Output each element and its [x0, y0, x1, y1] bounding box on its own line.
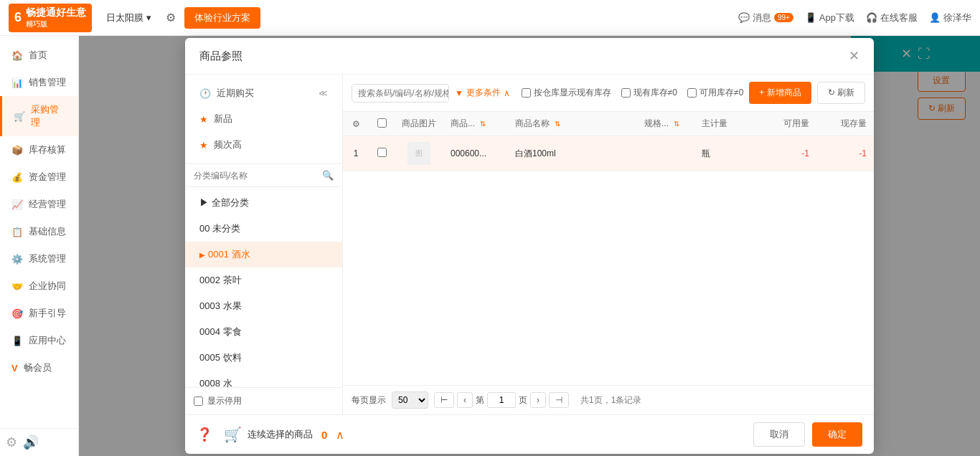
- cell-avail: -1: [752, 136, 816, 171]
- nav-user[interactable]: 👤 徐泽华: [929, 11, 971, 24]
- sidebar-item-collab[interactable]: 🤝 企业协同: [0, 272, 78, 300]
- app-label: App下载: [819, 11, 854, 24]
- filter-button[interactable]: ▼ 更多条件 ∧: [455, 87, 510, 99]
- confirm-button[interactable]: 确定: [812, 422, 862, 447]
- sidebar-item-operations[interactable]: 📈 经营管理: [0, 191, 78, 218]
- th-spec[interactable]: 规格... ⇅: [637, 112, 694, 136]
- sidebar-label-basics: 基础信息: [29, 225, 66, 238]
- nav-service[interactable]: 🎧 在线客服: [866, 11, 918, 24]
- tab-new-label: 新品: [214, 113, 232, 125]
- th-stock[interactable]: 现存量: [816, 112, 874, 136]
- checkbox-stock-nonzero[interactable]: 现有库存≠0: [621, 87, 677, 99]
- category-0008[interactable]: 0008 水: [185, 371, 342, 387]
- checkbox-stock-input[interactable]: [621, 88, 631, 98]
- th-avail[interactable]: 可用量: [752, 112, 816, 136]
- sidebar-label-system: 系统管理: [29, 252, 66, 265]
- sidebar-volume-icon[interactable]: 🔊: [23, 434, 39, 450]
- sidebar-item-member[interactable]: V 畅会员: [0, 354, 78, 381]
- checkbox-warehouse-label: 按仓库显示现有库存: [534, 87, 611, 99]
- sidebar-item-purchase[interactable]: 🛒 采购管理: [0, 96, 78, 136]
- table-row[interactable]: 1 图 000600... 白酒100ml: [343, 136, 874, 171]
- trial-button[interactable]: 体验行业方案: [184, 7, 260, 29]
- modal-left-tabs: 🕐 近期购买 ≪ ★ 新品 ★ 频次高: [185, 75, 342, 164]
- operations-icon: 📈: [11, 199, 23, 210]
- sidebar-label-collab: 企业协同: [29, 280, 66, 293]
- category-all[interactable]: ▶ 全部分类: [185, 190, 342, 216]
- sidebar-label-finance: 资金管理: [29, 171, 66, 184]
- th-unit[interactable]: 主计量: [694, 112, 752, 136]
- cart-icon[interactable]: 🛒: [224, 426, 242, 443]
- toolbar-right: + 新增商品 ↻ 刷新: [749, 82, 865, 104]
- select-all-checkbox[interactable]: [377, 118, 387, 128]
- collapse-up-icon[interactable]: ∧: [336, 428, 344, 442]
- sort-code-icon: ⇅: [480, 120, 486, 128]
- sidebar-label-home: 首页: [29, 49, 47, 62]
- page-number-input[interactable]: [487, 392, 516, 408]
- th-name[interactable]: 商品名称 ⇅: [508, 112, 637, 136]
- help-icon[interactable]: ❓: [197, 427, 212, 442]
- modal-close-button[interactable]: ✕: [849, 48, 859, 64]
- sidebar-label-operations: 经营管理: [29, 198, 66, 211]
- collapse-left-icon[interactable]: ≪: [319, 88, 328, 98]
- tab-recent-purchase[interactable]: 🕐 近期购买 ≪: [185, 80, 342, 106]
- sidebar-item-finance[interactable]: 💰 资金管理: [0, 163, 78, 191]
- checkbox-warehouse-stock[interactable]: 按仓库显示现有库存: [522, 87, 611, 99]
- sidebar-item-basics[interactable]: 📋 基础信息: [0, 218, 78, 245]
- category-search-icon[interactable]: 🔍: [322, 170, 334, 181]
- page-prev-btn[interactable]: ‹: [457, 392, 473, 408]
- page-next-btn[interactable]: ›: [530, 392, 546, 408]
- sidebar-item-guide[interactable]: 🎯 新手引导: [0, 300, 78, 327]
- add-product-button[interactable]: + 新增商品: [749, 82, 811, 104]
- category-search-input[interactable]: [194, 171, 319, 181]
- sidebar-bottom: ⚙ 🔊: [0, 428, 78, 456]
- tab-new-products[interactable]: ★ 新品: [185, 106, 342, 132]
- filter-label: 更多条件: [466, 87, 501, 99]
- page-last-btn[interactable]: ⊣: [549, 392, 569, 408]
- filter-arrow-icon: ∧: [504, 88, 510, 98]
- checkbox-warehouse-input[interactable]: [522, 88, 531, 98]
- cell-check[interactable]: [369, 136, 395, 171]
- sidebar-item-inventory[interactable]: 📦 库存核算: [0, 136, 78, 163]
- refresh-button[interactable]: ↻ 刷新: [817, 82, 865, 104]
- nav-messages[interactable]: 💬 消息 99+: [738, 11, 793, 24]
- category-0004[interactable]: 0004 零食: [185, 319, 342, 345]
- cart-count: 0: [321, 429, 327, 441]
- store-selector[interactable]: 日太阳膜 ▾: [100, 11, 157, 24]
- row-checkbox[interactable]: [377, 148, 387, 157]
- message-badge: 99+: [774, 13, 793, 22]
- cancel-button[interactable]: 取消: [753, 422, 805, 447]
- gear-icon[interactable]: ⚙: [166, 11, 176, 24]
- show-disabled-checkbox[interactable]: [194, 396, 203, 406]
- nav-app[interactable]: 📱 App下载: [805, 11, 854, 24]
- sidebar-settings-icon[interactable]: ⚙: [6, 434, 17, 450]
- th-settings[interactable]: ⚙: [343, 112, 369, 136]
- page-total-info: 共1页，1条记录: [580, 394, 641, 407]
- sidebar-item-home[interactable]: 🏠 首页: [0, 42, 78, 69]
- sidebar-item-apps[interactable]: 📱 应用中心: [0, 327, 78, 354]
- sidebar-item-sales[interactable]: 📊 销售管理: [0, 69, 78, 96]
- tab-high-frequency[interactable]: ★ 频次高: [185, 132, 342, 158]
- show-disabled-label: 显示停用: [207, 395, 242, 407]
- bottom-buttons: 取消 确定: [753, 422, 862, 447]
- sidebar-item-system[interactable]: ⚙️ 系统管理: [0, 245, 78, 272]
- checkbox-avail-nonzero[interactable]: 可用库存≠0: [687, 87, 743, 99]
- checkbox-avail-input[interactable]: [687, 88, 697, 98]
- user-icon: 👤: [929, 12, 941, 23]
- product-search-input[interactable]: [352, 85, 449, 102]
- logo: 6 畅捷通好生意 精巧版: [9, 4, 92, 32]
- collab-icon: 🤝: [11, 281, 23, 292]
- category-0005[interactable]: 0005 饮料: [185, 345, 342, 371]
- sidebar-label-inventory: 库存核算: [29, 143, 66, 156]
- basics-icon: 📋: [11, 227, 23, 237]
- page-first-btn[interactable]: ⊢: [434, 392, 454, 408]
- sort-name-icon: ⇅: [555, 120, 560, 128]
- category-0003[interactable]: 0003 水果: [185, 293, 342, 319]
- cat-0001-label: 0001 酒水: [208, 248, 250, 261]
- category-0002[interactable]: 0002 茶叶: [185, 267, 342, 293]
- category-0001[interactable]: ▶ 0001 酒水: [185, 242, 342, 267]
- per-page-select[interactable]: 50 10 20 100: [392, 391, 428, 409]
- checkbox-stock-label: 现有库存≠0: [633, 87, 677, 99]
- th-code[interactable]: 商品... ⇅: [443, 112, 508, 136]
- category-00[interactable]: 00 未分类: [185, 216, 342, 242]
- all-categories-label: ▶ 全部分类: [199, 196, 249, 209]
